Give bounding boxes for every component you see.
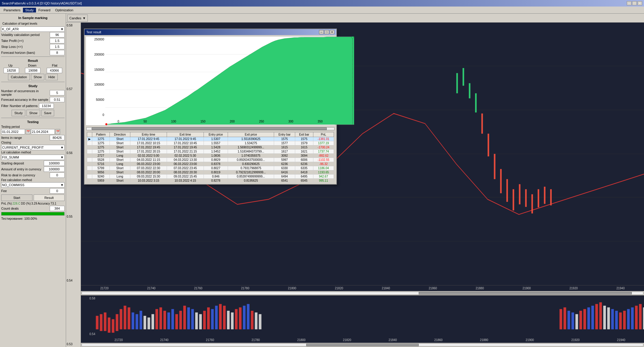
hide-button[interactable]: Hide: [46, 74, 58, 80]
cell-exit-price: 0.89263437500000...: [228, 158, 274, 162]
table-row[interactable]: 9056 Short 08.03.2022 20:00 08.03.2022 2…: [87, 170, 334, 175]
start-deposit-value[interactable]: 100000: [44, 161, 65, 166]
table-row[interactable]: 1275 Short 17.01.2022 10:15 17.01.2022 1…: [87, 141, 334, 145]
result-button[interactable]: Result: [34, 194, 65, 201]
cell-entry-price: 1.5307: [204, 137, 228, 141]
minimize-button[interactable]: ─: [627, 1, 632, 5]
start-button[interactable]: Start: [1, 194, 32, 201]
take-profit-row: Take Profit (>=) 1.5: [1, 38, 65, 43]
lot-calc-dropdown[interactable]: FIX_SUMM▼: [1, 155, 65, 160]
date-from-btn[interactable]: 📅: [26, 129, 30, 134]
cell-exit-bar: 6495: [295, 175, 313, 179]
cell-exit-bar: 6545: [295, 179, 313, 183]
cell-exit-bar: 1615: [295, 145, 313, 150]
start-deposit-label: Starting deposit: [1, 161, 44, 165]
study-button[interactable]: Study: [12, 110, 25, 116]
cell-exit-price: 0.792321812999999...: [228, 170, 274, 175]
table-row[interactable]: 5528 Short 04.03.2022 11:15 04.03.2022 1…: [87, 158, 334, 162]
calculation-button[interactable]: Calculation: [8, 74, 29, 80]
fee-value[interactable]: 0: [50, 188, 65, 194]
cell-pattern: 5716: [92, 162, 110, 166]
menu-study[interactable]: Study: [23, 8, 36, 12]
close-button[interactable]: ✕: [637, 1, 642, 5]
status-text: Тестирование: 100.00%: [1, 217, 65, 220]
equity-x-axis: 0 50 100 150 200 250 300 350: [105, 118, 335, 125]
table-row[interactable]: ▶ 1275 Short 17.01.2022 9:45 17.01.2022 …: [87, 137, 334, 141]
risk-row: Risk to deal in currency 0: [1, 172, 65, 178]
svg-point-116: [351, 37, 354, 38]
cell-pnl: 1193.65: [313, 170, 334, 175]
equity-scrollbar-thumb[interactable]: [92, 128, 327, 130]
modal-title-bar: Test result ─ □ ✕: [85, 29, 336, 35]
cell-entry-price: 0.8278: [204, 179, 228, 183]
occurrences-value: 5: [50, 90, 65, 95]
date-from-input[interactable]: 01.01.2022: [1, 129, 25, 134]
dd-label: DD (%): [21, 202, 31, 205]
cell-exit-price: 0.8195625: [228, 179, 274, 183]
modal-minimize[interactable]: ─: [319, 30, 324, 34]
cell-pattern: 9240: [92, 175, 110, 179]
menu-bar: Parameters Study Forward Optimization: [0, 7, 644, 14]
test-result-modal: Test result ─ □ ✕ ▲ 3: [84, 29, 337, 185]
maximize-button[interactable]: □: [632, 1, 637, 5]
stop-loss-value[interactable]: 1.5: [50, 44, 65, 49]
cell-exit-bar: 6418: [295, 170, 313, 175]
k-of-atr-dropdown[interactable]: K_OF_ATR ▼: [1, 26, 65, 32]
table-row[interactable]: 5959 Short 10.03.2022 3:15 10.03.2022 4:…: [87, 179, 334, 183]
forecast-acc-value: 0.51: [50, 97, 65, 102]
table-row[interactable]: 2727 Long 02.02.2022 5:00 02.02.2022 5:3…: [87, 154, 334, 158]
row-arrow: [87, 162, 92, 166]
study-section-header: Study: [1, 84, 65, 88]
modal-maximize[interactable]: □: [324, 30, 329, 34]
testing-period-label: Testing period: [1, 125, 65, 128]
candles-dropdown[interactable]: Candles ▼: [67, 15, 88, 22]
cell-direction: Short: [110, 141, 130, 145]
cell-entry-time: 10.03.2022 3:15: [130, 179, 167, 183]
modal-close[interactable]: ✕: [330, 30, 334, 34]
cell-entry-time: 04.03.2022 11:15: [130, 158, 167, 162]
cell-entry-bar: 6494: [274, 175, 295, 179]
col-exit-bar: Exit bar: [295, 132, 313, 137]
equity-scrollbar[interactable]: [86, 127, 335, 131]
testing-header: Testing: [1, 120, 65, 124]
forecast-horizon-label: Forecast horizon (bars): [1, 51, 50, 54]
result-labels: Up Down Flat: [1, 64, 65, 67]
table-row[interactable]: 1275 Short 17.01.2022 20:15 17.01.2022 2…: [87, 150, 334, 154]
cell-direction: Short: [110, 166, 130, 170]
fee-method-dropdown[interactable]: NO_COMMISS▼: [1, 182, 65, 188]
cell-direction: Long: [110, 154, 130, 158]
closing-label: Closing: [1, 141, 65, 144]
table-row[interactable]: 9240 Long 09.03.2022 15:30 09.03.2022 15…: [87, 175, 334, 179]
menu-forward[interactable]: Forward: [36, 8, 53, 12]
date-to-btn[interactable]: 📅: [55, 129, 60, 134]
cell-pattern: 1275: [92, 150, 110, 154]
num-patterns-value: 13234: [39, 103, 54, 109]
table-row[interactable]: 1275 Short 17.01.2022 19:45 17.01.2022 1…: [87, 145, 334, 150]
table-row[interactable]: 5716 Long 06.03.2022 23:00 06.03.2022 23…: [87, 162, 334, 166]
forecast-horizon-value[interactable]: 8: [50, 50, 65, 55]
risk-value[interactable]: 0: [50, 172, 65, 178]
cell-exit-price: 0.830290625: [228, 162, 274, 166]
row-arrow: [87, 145, 92, 150]
filter-row: Filter Number of patterns 13234: [1, 103, 65, 109]
menu-optimization[interactable]: Optimization: [53, 8, 76, 12]
flat-value: 43066: [47, 68, 62, 73]
cell-entry-time: 17.01.2022 20:15: [130, 150, 167, 154]
entry-amount-value[interactable]: 100000: [44, 167, 65, 172]
cell-entry-time: 17.01.2022 9:45: [130, 137, 167, 141]
cell-entry-bar: 6330: [274, 166, 295, 170]
table-row[interactable]: 5799 Short 07.03.2022 22:30 07.03.2022 2…: [87, 166, 334, 170]
date-to-input[interactable]: 21.04.2024: [31, 129, 55, 134]
menu-parameters[interactable]: Parameters: [1, 8, 23, 12]
trade-table-container[interactable]: Pattern Direction Entry time Exit time E…: [86, 131, 335, 183]
show-button-1[interactable]: Show: [31, 74, 45, 80]
cell-exit-price: 1.0740359375: [228, 154, 274, 158]
take-profit-value[interactable]: 1.5: [50, 38, 65, 43]
closing-dropdown[interactable]: CURRENT_PRICE_PROFIT▼: [1, 145, 65, 150]
flat-label: Flat: [52, 64, 57, 67]
save-button[interactable]: Save: [41, 110, 54, 116]
show-button-2[interactable]: Show: [26, 110, 40, 116]
cell-entry-price: 1.5557: [204, 141, 228, 145]
row-arrow: [87, 179, 92, 183]
modal-controls: ─ □ ✕: [319, 30, 334, 34]
